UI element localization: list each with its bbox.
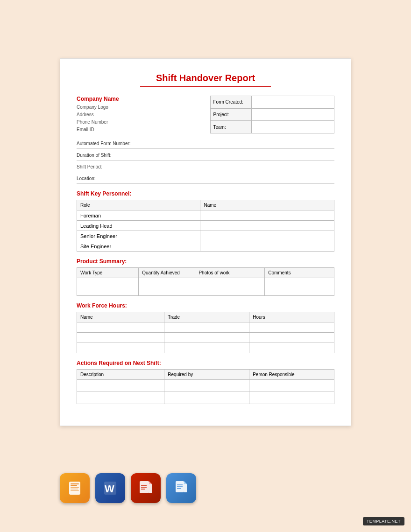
company-address: Address	[77, 111, 201, 119]
workforce-trade-3[interactable]	[164, 343, 249, 353]
svg-rect-5	[71, 490, 79, 491]
field-shift-period: Shift Period:	[77, 163, 334, 172]
gdocs-svg	[173, 480, 190, 497]
workforce-table: Name Trade Hours	[77, 312, 334, 353]
table-row: Site Engineer	[77, 241, 334, 252]
actions-required-2[interactable]	[164, 392, 249, 404]
section-title-workforce: Work Force Hours:	[77, 302, 334, 309]
actions-col-description: Description	[77, 370, 164, 380]
header-section: Company Name Company Logo Address Phone …	[77, 96, 334, 133]
actions-person-1[interactable]	[249, 380, 334, 392]
personnel-col-role: Role	[77, 200, 200, 210]
form-created-value[interactable]	[252, 96, 334, 109]
section-title-personnel: Shift Key Personnel:	[77, 190, 334, 197]
workforce-name-1[interactable]	[77, 322, 164, 333]
field-label-shift-period: Shift Period:	[77, 164, 151, 169]
document-title: Shift Handover Report	[77, 73, 334, 84]
company-phone: Phone Number	[77, 119, 201, 126]
table-row: Foreman	[77, 210, 334, 221]
name-foreman[interactable]	[200, 210, 334, 221]
personnel-header-row: Role Name	[77, 200, 334, 210]
title-divider	[140, 86, 271, 87]
svg-marker-9	[149, 481, 152, 484]
product-photos-cell[interactable]	[195, 278, 265, 296]
pages-svg	[66, 480, 83, 497]
pdf-icon[interactable]	[131, 473, 161, 503]
name-senior-engineer[interactable]	[200, 231, 334, 241]
form-project-value[interactable]	[252, 108, 334, 121]
product-col-photos: Photos of work	[195, 268, 265, 278]
form-info-table: Form Created: Project: Team:	[210, 96, 335, 133]
actions-table: Description Required by Person Responsib…	[77, 369, 334, 404]
company-info: Company Name Company Logo Address Phone …	[77, 96, 201, 133]
svg-text:W: W	[105, 483, 114, 495]
actions-person-2[interactable]	[249, 392, 334, 404]
role-senior-engineer: Senior Engineer	[77, 231, 200, 241]
actions-desc-2[interactable]	[77, 392, 164, 404]
document: Shift Handover Report Company Name Compa…	[60, 58, 351, 426]
company-email: Email ID	[77, 126, 201, 133]
product-col-quantity: Quantity Achieved	[139, 268, 195, 278]
word-icon[interactable]: W	[95, 473, 125, 503]
workforce-col-hours: Hours	[249, 312, 334, 322]
form-project-label: Project:	[210, 108, 252, 121]
svg-rect-4	[71, 489, 78, 490]
field-label-location: Location:	[77, 176, 151, 181]
form-row-project: Project:	[210, 108, 334, 121]
svg-rect-3	[71, 487, 79, 488]
workforce-name-2[interactable]	[77, 333, 164, 343]
workforce-hours-2[interactable]	[249, 333, 334, 343]
section-title-product: Product Summary:	[77, 258, 334, 265]
workforce-name-3[interactable]	[77, 343, 164, 353]
field-automated-form-number: Automated Form Number:	[77, 140, 334, 149]
field-value-shift-period[interactable]	[151, 163, 334, 170]
personnel-col-name: Name	[200, 200, 334, 210]
name-site-engineer[interactable]	[200, 241, 334, 252]
role-foreman: Foreman	[77, 210, 200, 221]
actions-required-1[interactable]	[164, 380, 249, 392]
field-label-automated: Automated Form Number:	[77, 141, 151, 146]
form-team-value[interactable]	[252, 121, 334, 133]
product-worktype-cell[interactable]	[77, 278, 139, 296]
field-duration-of-shift: Duration of Shift:	[77, 152, 334, 161]
template-badge: TEMPLATE.NET	[363, 517, 404, 525]
actions-desc-1[interactable]	[77, 380, 164, 392]
workforce-trade-1[interactable]	[164, 322, 249, 333]
product-comments-cell[interactable]	[265, 278, 334, 296]
actions-header-row: Description Required by Person Responsib…	[77, 370, 334, 380]
field-value-duration[interactable]	[151, 152, 334, 158]
table-row: Senior Engineer	[77, 231, 334, 241]
workforce-hours-1[interactable]	[249, 322, 334, 333]
form-created-label: Form Created:	[210, 96, 252, 109]
field-value-automated[interactable]	[151, 140, 334, 147]
workforce-hours-3[interactable]	[249, 343, 334, 353]
product-header-row: Work Type Quantity Achieved Photos of wo…	[77, 268, 334, 278]
svg-rect-16	[184, 484, 187, 492]
field-location: Location:	[77, 175, 334, 184]
table-row	[77, 333, 334, 343]
product-table: Work Type Quantity Achieved Photos of wo…	[77, 267, 334, 296]
company-name-label: Company Name	[77, 96, 201, 102]
pdf-svg	[137, 480, 154, 497]
actions-col-person: Person Responsible	[249, 370, 334, 380]
field-value-location[interactable]	[151, 175, 334, 182]
svg-rect-1	[71, 483, 79, 484]
workforce-col-name: Name	[77, 312, 164, 322]
actions-col-required-by: Required by	[164, 370, 249, 380]
name-leading-head[interactable]	[200, 221, 334, 231]
workforce-trade-2[interactable]	[164, 333, 249, 343]
table-row	[77, 343, 334, 353]
personnel-table: Role Name Foreman Leading Head Senior En…	[77, 200, 334, 252]
pages-icon[interactable]	[60, 473, 90, 503]
field-label-duration: Duration of Shift:	[77, 153, 151, 158]
company-logo: Company Logo	[77, 104, 201, 111]
form-row-team: Team:	[210, 121, 334, 133]
product-quantity-cell[interactable]	[139, 278, 195, 296]
word-svg: W	[102, 480, 119, 497]
product-col-worktype: Work Type	[77, 268, 139, 278]
table-row	[77, 392, 334, 404]
svg-marker-15	[184, 481, 187, 484]
app-icons: W	[60, 473, 196, 503]
workforce-header-row: Name Trade Hours	[77, 312, 334, 322]
gdocs-icon[interactable]	[166, 473, 196, 503]
